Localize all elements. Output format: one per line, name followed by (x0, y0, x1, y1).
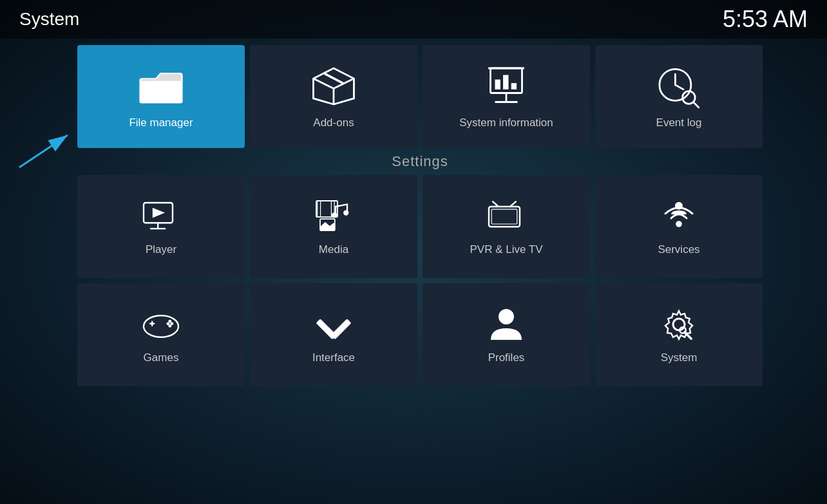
tile-games-label: Games (144, 351, 179, 364)
arrow-indicator (13, 122, 77, 176)
clock: 5:53 AM (723, 6, 808, 33)
package-icon (311, 64, 356, 109)
tile-interface[interactable]: Interface (250, 283, 417, 386)
svg-rect-13 (511, 83, 517, 89)
tile-event-log-label: Event log (656, 117, 702, 129)
system-info-icon (484, 64, 529, 109)
settings-section: Settings Player (77, 153, 763, 386)
settings-title: Settings (77, 153, 763, 170)
tile-system-label: System (661, 351, 698, 364)
svg-point-37 (676, 221, 682, 227)
main-content: File manager Add-ons (0, 39, 827, 398)
settings-row-2: Games Interface (77, 283, 763, 386)
tile-media[interactable]: Media (250, 175, 417, 278)
tile-pvr-live-tv[interactable]: PVR & Live TV (423, 175, 590, 278)
svg-rect-36 (491, 209, 517, 224)
folder-icon (138, 64, 184, 109)
svg-rect-11 (495, 80, 500, 89)
tile-file-manager[interactable]: File manager (77, 45, 245, 148)
tile-add-ons[interactable]: Add-ons (250, 45, 417, 148)
tile-player[interactable]: Player (77, 175, 245, 278)
profiles-icon (487, 305, 526, 344)
svg-rect-47 (330, 319, 351, 339)
svg-point-48 (499, 309, 514, 324)
tile-interface-label: Interface (312, 351, 355, 364)
tv-icon (487, 197, 526, 236)
tile-system-information-label: System information (459, 117, 553, 129)
tile-add-ons-label: Add-ons (313, 117, 354, 129)
tile-system-information[interactable]: System information (423, 45, 590, 148)
svg-point-49 (673, 319, 685, 330)
svg-marker-24 (153, 208, 165, 218)
top-row: File manager Add-ons (77, 45, 763, 148)
tile-services[interactable]: Services (595, 175, 763, 278)
tile-player-label: Player (146, 243, 176, 256)
event-log-icon (656, 64, 701, 109)
interface-icon (314, 305, 353, 344)
player-icon (142, 197, 180, 236)
tile-services-label: Services (658, 243, 699, 256)
tile-media-label: Media (319, 243, 348, 256)
svg-point-38 (675, 202, 683, 210)
tile-system[interactable]: System (595, 283, 763, 386)
page-title: System (19, 9, 79, 30)
svg-rect-12 (503, 75, 508, 89)
svg-rect-4 (141, 81, 182, 102)
svg-point-30 (332, 212, 337, 218)
svg-point-39 (144, 315, 178, 337)
system-icon (660, 305, 698, 344)
media-icon (314, 197, 353, 236)
svg-line-6 (314, 79, 334, 88)
tile-games[interactable]: Games (77, 283, 245, 386)
svg-line-22 (693, 102, 698, 107)
svg-rect-28 (318, 201, 321, 217)
settings-row-1: Player Media (77, 175, 763, 278)
tile-profiles[interactable]: Profiles (423, 283, 590, 386)
header: System 5:53 AM (0, 0, 827, 39)
gamepad-icon (142, 305, 180, 344)
svg-line-1 (19, 135, 68, 167)
services-icon (660, 197, 698, 236)
svg-point-45 (168, 324, 171, 328)
svg-line-9 (325, 73, 343, 83)
tile-file-manager-label: File manager (129, 117, 193, 129)
tile-profiles-label: Profiles (488, 351, 525, 364)
tile-pvr-live-tv-label: PVR & Live TV (470, 243, 542, 256)
svg-point-31 (343, 210, 348, 215)
tile-event-log[interactable]: Event log (595, 45, 763, 148)
svg-point-44 (168, 320, 171, 323)
